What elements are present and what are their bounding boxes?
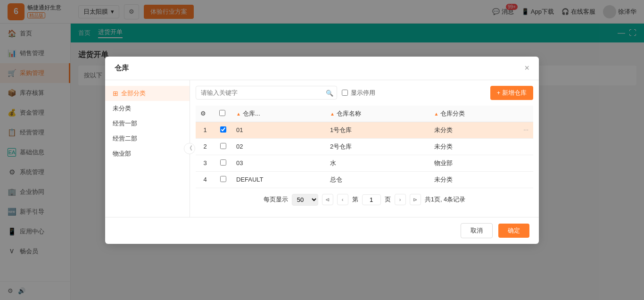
- table-row[interactable]: 4 DEFAULT 总仓 未分类: [196, 171, 533, 188]
- table-row[interactable]: 3 03 水 物业部: [196, 155, 533, 171]
- row-category: 物业部: [429, 155, 533, 171]
- warehouse-modal: 仓库 × ⊞ 全部分类 未分类 经营一部 经营二部: [105, 57, 539, 244]
- show-disabled-checkbox[interactable]: [342, 90, 348, 96]
- col-name: ▲仓库名称: [325, 106, 429, 122]
- row-code: 03: [231, 155, 325, 171]
- search-input-wrap: 🔍: [196, 86, 337, 100]
- content-panel: 🔍 显示停用 + 新增仓库 ⚙: [190, 80, 539, 217]
- col-category: ▲仓库分类: [429, 106, 533, 122]
- col-code: ▲仓库...: [231, 106, 325, 122]
- per-page-label: 每页显示: [264, 195, 288, 204]
- tree-collapse-button[interactable]: 《: [184, 143, 195, 154]
- page-suffix: 页: [385, 195, 391, 204]
- page-label: 第: [352, 195, 358, 204]
- warehouse-table: ⚙ ▲仓库... ▲仓库名称: [196, 106, 533, 188]
- sort-icon-name: ▲: [330, 111, 335, 117]
- col-settings: ⚙: [196, 106, 215, 122]
- modal-header: 仓库 ×: [105, 57, 539, 80]
- table-wrapper: ⚙ ▲仓库... ▲仓库名称: [196, 106, 533, 188]
- tree-dept1-label: 经营一部: [113, 119, 137, 128]
- show-disabled-label: 显示停用: [351, 89, 375, 97]
- row-code: DEFAULT: [231, 171, 325, 188]
- row-name: 总仓: [325, 171, 429, 188]
- row-checkbox[interactable]: [220, 159, 226, 166]
- row-num: 4: [196, 171, 215, 188]
- row-name: 1号仓库: [325, 122, 429, 138]
- modal-footer: 取消 确定: [105, 217, 539, 244]
- next-page-button[interactable]: ›: [395, 194, 406, 205]
- row-num: 1: [196, 122, 215, 138]
- page-number-input[interactable]: [362, 194, 381, 205]
- tree-item-dept1[interactable]: 经营一部: [105, 116, 190, 131]
- row-checkbox-cell: [215, 122, 231, 138]
- row-name: 水: [325, 155, 429, 171]
- modal-toolbar: 🔍 显示停用 + 新增仓库: [196, 86, 533, 100]
- tree-item-dept2[interactable]: 经营二部: [105, 131, 190, 146]
- sort-icon: ▲: [236, 111, 241, 117]
- last-page-button[interactable]: ⊳: [410, 194, 421, 205]
- search-icon[interactable]: 🔍: [326, 89, 333, 96]
- tree-dept2-label: 经营二部: [113, 134, 137, 143]
- prev-page-button[interactable]: ‹: [337, 194, 348, 205]
- modal-close-button[interactable]: ×: [524, 63, 529, 73]
- table-row[interactable]: 1 01 1号仓库 未分类 ···: [196, 122, 533, 138]
- table-body: 1 01 1号仓库 未分类 ··· 2 02 2号仓库 未分类 3: [196, 122, 533, 188]
- row-name: 2号仓库: [325, 138, 429, 155]
- table-row[interactable]: 2 02 2号仓库 未分类: [196, 138, 533, 155]
- add-warehouse-button[interactable]: + 新增仓库: [490, 86, 533, 100]
- row-checkbox-cell: [215, 171, 231, 188]
- more-options-icon[interactable]: ···: [523, 126, 528, 133]
- first-page-button[interactable]: ⊲: [322, 194, 333, 205]
- cancel-button[interactable]: 取消: [461, 223, 493, 238]
- tree-item-all[interactable]: ⊞ 全部分类: [105, 86, 190, 101]
- row-checkbox-cell: [215, 155, 231, 171]
- row-code: 02: [231, 138, 325, 155]
- total-info: 共1页, 4条记录: [425, 195, 466, 204]
- row-code: 01: [231, 122, 325, 138]
- row-category: 未分类: [429, 171, 533, 188]
- per-page-select[interactable]: 50 100: [292, 194, 318, 206]
- table-header: ⚙ ▲仓库... ▲仓库名称: [196, 106, 533, 122]
- tree-item-property[interactable]: 物业部: [105, 146, 190, 161]
- select-all-checkbox[interactable]: [219, 110, 225, 116]
- confirm-button[interactable]: 确定: [498, 224, 529, 238]
- col-checkbox: [215, 106, 231, 122]
- modal-title: 仓库: [115, 64, 129, 73]
- row-category: 未分类 ···: [429, 122, 533, 138]
- modal-body: ⊞ 全部分类 未分类 经营一部 经营二部 物业部 《: [105, 80, 539, 217]
- search-input[interactable]: [196, 86, 337, 100]
- tree-uncategorized-label: 未分类: [113, 104, 131, 113]
- row-checkbox[interactable]: [220, 143, 226, 149]
- tree-property-label: 物业部: [113, 150, 131, 158]
- modal-overlay[interactable]: 仓库 × ⊞ 全部分类 未分类 经营一部 经营二部: [0, 0, 644, 300]
- grid-icon: ⊞: [113, 90, 118, 97]
- row-checkbox-cell: [215, 138, 231, 155]
- row-category: 未分类: [429, 138, 533, 155]
- row-num: 3: [196, 155, 215, 171]
- pagination: 每页显示 50 100 ⊲ ‹ 第 页 › ⊳ 共1页, 4条记录: [196, 188, 533, 211]
- row-checkbox[interactable]: [220, 126, 226, 133]
- chevron-left-icon: 《: [187, 144, 192, 152]
- show-disabled-wrap: 显示停用: [342, 89, 375, 97]
- tree-panel: ⊞ 全部分类 未分类 经营一部 经营二部 物业部 《: [105, 80, 190, 217]
- tree-all-label: 全部分类: [121, 89, 146, 98]
- row-num: 2: [196, 138, 215, 155]
- tree-item-uncategorized[interactable]: 未分类: [105, 101, 190, 116]
- sort-icon-category: ▲: [434, 111, 439, 117]
- row-checkbox[interactable]: [220, 176, 226, 182]
